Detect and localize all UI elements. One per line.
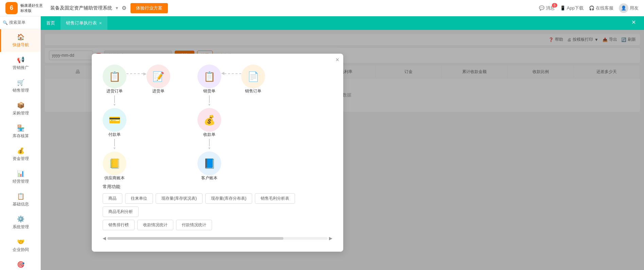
func-btn-1[interactable]: 往来单位 [125, 193, 153, 204]
logo-area: 6 畅康通好生意 标准版 [5, 2, 46, 14]
func-btn-3[interactable]: 现存量(库存分布表) [205, 193, 252, 204]
purchase-order-circle: 📋 [103, 65, 126, 88]
sidebar-item-guide[interactable]: 🎯 新手引导 [0, 257, 40, 270]
sales-receipt-node: 📋 销货单 [197, 65, 221, 94]
flow-modal: × 📋 进货订单 [92, 54, 343, 252]
customer-ledger-node: 📘 客户账本 [197, 151, 221, 181]
supplier-ledger-circle: 📒 [103, 151, 126, 175]
sales-receipt-label: 销货单 [203, 88, 215, 94]
purchase-receipt-circle: 📝 [146, 65, 170, 88]
modal-close-btn[interactable]: × [335, 56, 339, 64]
settings-icon[interactable]: ⚙ [122, 5, 126, 11]
tab-home[interactable]: 首页 [41, 16, 60, 30]
sidebar-item-finance[interactable]: 💰 资金管理 [0, 143, 40, 166]
payment-label: 付款单 [108, 132, 121, 138]
payment-node: 💳 付款单 [103, 108, 126, 138]
user-avatar: 👤 [619, 3, 628, 13]
func-btn-8[interactable]: 付款情况统计 [176, 220, 212, 230]
logo-icon: 6 [5, 2, 18, 14]
system-title: 装备及固定资产辅助管理系统 [50, 5, 112, 11]
purchase-receipt-node: 📝 进货单 [146, 65, 170, 94]
h-arrow-1: ▶ [126, 65, 146, 76]
sidebar-item-operations[interactable]: 📊 经营管理 [0, 166, 40, 188]
func-btn-2[interactable]: 现存量(库存状况表) [156, 193, 203, 204]
v-arrow-collection: ▼ [208, 95, 211, 107]
home-icon: 🏠 [17, 33, 24, 41]
sales-receipt-circle: 📋 [197, 65, 221, 88]
supplier-ledger-label: 供应商账本 [104, 175, 125, 181]
modal-overlay[interactable]: × 📋 进货订单 [41, 30, 644, 270]
payment-circle: 💳 [103, 108, 126, 132]
func-btn-4[interactable]: 销售毛利分析表 [255, 193, 295, 204]
trial-button[interactable]: 体验行业方案 [130, 3, 168, 13]
sidebar-item-basic-info[interactable]: 📋 基础信息 [0, 188, 40, 211]
purchase-receipt-label: 进货单 [152, 88, 164, 94]
guide-icon: 🎯 [17, 261, 24, 268]
message-badge: 6 [552, 3, 557, 7]
purchase-order-node: 📋 进货订单 [103, 65, 126, 94]
sidebar-item-system[interactable]: ⚙️ 系统管理 [0, 211, 40, 234]
service-icon: 🎧 [589, 5, 594, 11]
sales-order-col: 📄 销售订单 [241, 65, 265, 94]
system-title-area: 装备及固定资产辅助管理系统 ▼ ⚙ [50, 5, 126, 11]
tab-sales-order-exec[interactable]: 销售订单执行表 ✕ [60, 16, 107, 30]
sales-order-node: 📄 销售订单 [241, 65, 265, 94]
v-arrow-customer: ▼ [208, 139, 211, 150]
finance-icon: 💰 [17, 147, 24, 155]
purchase-flow-col: 📋 进货订单 ▼ 💳 付款单 [103, 65, 126, 181]
function-buttons-row1: 商品 往来单位 现存量(库存状况表) 现存量(库存分布表) 销售毛利分析表 商品… [103, 193, 332, 217]
basic-info-icon: 📋 [17, 193, 24, 200]
sales-order-circle: 📄 [241, 65, 265, 88]
inventory-icon: 🏪 [17, 124, 24, 132]
system-icon: ⚙️ [17, 215, 24, 223]
message-icon: 💬 [539, 5, 544, 11]
logo-text: 畅康通好生意 标准版 [20, 3, 43, 13]
func-btn-0[interactable]: 商品 [103, 193, 122, 204]
search-menu-item[interactable]: 🔍 搜索菜单 [0, 16, 40, 29]
scroll-left-btn[interactable]: ◀ [103, 236, 106, 241]
purchase-order-label: 进货订单 [106, 88, 123, 94]
function-buttons-row2: 销售排行榜 收款情况统计 付款情况统计 [103, 220, 332, 230]
page-content: ❓ 帮助 🖨 按模板打印 ▼ 📤 导出 🔄 刷新 [41, 30, 644, 270]
collection-circle: 💰 [197, 108, 221, 132]
func-btn-7[interactable]: 收款情况统计 [137, 220, 173, 230]
top-right-area: 💬 消息 6 📱 App下载 🎧 在线客服 👤 用友 [539, 3, 639, 13]
purchase-receipt-col: 📝 进货单 [146, 65, 170, 94]
content-area: 首页 销售订单执行表 ✕ ✕ ❓ 帮助 🖨 按 [41, 16, 644, 270]
common-functions-title: 常用功能 [103, 184, 332, 190]
sales-receipt-col: 📋 销货单 ▼ 💰 收款单 [197, 65, 221, 181]
customer-ledger-circle: 📘 [197, 151, 221, 175]
func-btn-5[interactable]: 商品毛利分析 [103, 206, 139, 217]
search-icon: 🔍 [3, 20, 8, 25]
sales-order-label: 销售订单 [245, 88, 261, 94]
scroll-right-btn[interactable]: ▶ [329, 236, 332, 241]
func-btn-6[interactable]: 销售排行榜 [103, 220, 135, 230]
common-functions-section: 常用功能 商品 往来单位 现存量(库存状况表) 现存量(库存分布表) 销售毛利分… [103, 184, 332, 230]
app-download-btn[interactable]: 📱 App下载 [560, 5, 584, 11]
download-icon: 📱 [560, 5, 565, 11]
sales-icon: 🛒 [17, 79, 24, 86]
tab-bar: 首页 销售订单执行表 ✕ ✕ [41, 16, 644, 30]
customer-ledger-label: 客户账本 [201, 175, 217, 181]
enterprise-icon: 🤝 [17, 238, 24, 246]
sidebar-item-enterprise[interactable]: 🤝 企业协同 [0, 234, 40, 257]
collection-node: 💰 收款单 [197, 108, 221, 138]
message-icon-btn[interactable]: 💬 消息 6 [539, 5, 555, 11]
sidebar-item-inventory[interactable]: 🏪 库存核算 [0, 120, 40, 143]
sidebar-item-quick-nav[interactable]: 🏠 快捷导航 [0, 29, 40, 52]
online-service-btn[interactable]: 🎧 在线客服 [589, 5, 613, 11]
purchase-icon: 📦 [17, 102, 24, 109]
modal-scrollbar[interactable]: ◀ ▶ [103, 236, 332, 241]
collection-label: 收款单 [203, 132, 215, 138]
window-close-btn[interactable]: ✕ [631, 19, 636, 25]
sidebar: 🔍 搜索菜单 🏠 快捷导航 📢 营销推广 🛒 销售管理 📦 采购管理 🏪 [0, 16, 41, 270]
user-menu-btn[interactable]: 👤 用友 [619, 3, 639, 13]
sidebar-item-sales[interactable]: 🛒 销售管理 [0, 75, 40, 97]
sidebar-item-purchase[interactable]: 📦 采购管理 [0, 97, 40, 120]
tab-close-icon[interactable]: ✕ [99, 21, 102, 25]
v-arrow-supplier: ▼ [113, 139, 116, 150]
h-arrow-2: ▶ [221, 65, 241, 76]
system-dropdown-icon[interactable]: ▼ [115, 6, 119, 11]
sidebar-item-marketing[interactable]: 📢 营销推广 [0, 52, 40, 75]
marketing-icon: 📢 [17, 56, 24, 64]
